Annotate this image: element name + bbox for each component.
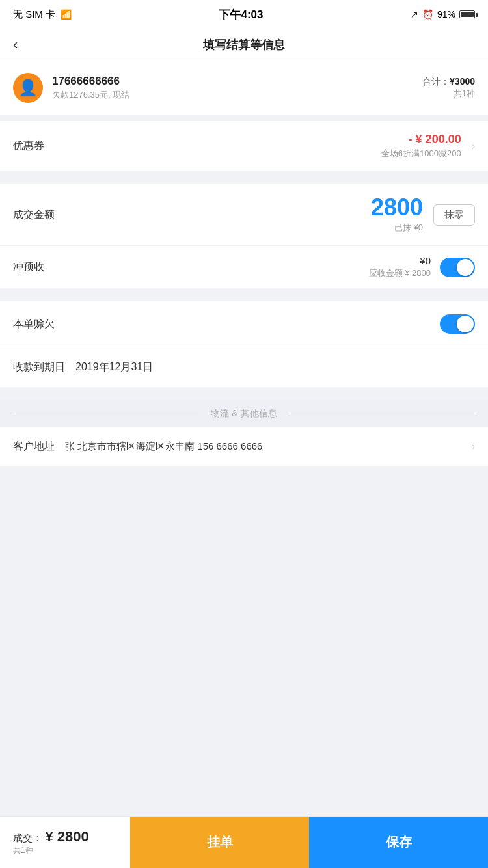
bottom-deal-label: 成交： [13, 832, 42, 843]
coupon-card[interactable]: 优惠券 - ¥ 200.00 全场6折满1000减200 › [0, 121, 488, 171]
address-chevron-icon: › [472, 441, 475, 452]
customer-left: 👤 17666666666 欠款1276.35元, 现结 [13, 73, 129, 103]
chong-label: 冲预收 [13, 260, 44, 274]
coupon-discount: - ¥ 200.00 [409, 133, 461, 146]
customer-card: 👤 17666666666 欠款1276.35元, 现结 合计：¥3000 共1… [0, 61, 488, 115]
due-date-label: 收款到期日 [13, 360, 65, 374]
chong-right: ¥0 应收金额 ¥ 2800 [369, 255, 475, 279]
coupon-label: 优惠券 [13, 139, 65, 153]
avatar-icon: 👤 [18, 79, 38, 97]
deal-amount-value-group: 2800 已抹 ¥0 [371, 196, 423, 234]
coupon-right: - ¥ 200.00 全场6折满1000减200 › [381, 133, 475, 159]
bottom-deal-line: 成交： ¥ 2800 [13, 828, 117, 845]
content-area: 👤 17666666666 欠款1276.35元, 现结 合计：¥3000 共1… [0, 61, 488, 603]
bottom-spacer [0, 466, 488, 544]
customer-row: 👤 17666666666 欠款1276.35元, 现结 合计：¥3000 共1… [0, 61, 488, 115]
coupon-value-wrap: - ¥ 200.00 全场6折满1000减200 [381, 133, 461, 159]
chong-value-group: ¥0 应收金额 ¥ 2800 [369, 255, 431, 279]
due-date-row: 收款到期日 2019年12月31日 [0, 347, 488, 387]
total-count: 共1种 [422, 88, 475, 100]
debt-label: 本单赊欠 [13, 318, 55, 331]
status-right: ↗ ⏰ 91% [411, 9, 475, 20]
deal-amount-row: 成交金额 2800 已抹 ¥0 抹零 [0, 184, 488, 245]
nav-bar: ‹ 填写结算等信息 [0, 29, 488, 61]
debt-toggle[interactable] [440, 314, 475, 334]
divider-3 [0, 394, 488, 400]
divider-2 [0, 295, 488, 301]
address-value: 张 北京市市辖区海淀区永丰南 156 6666 6666 [65, 439, 460, 454]
customer-right: 合计：¥3000 共1种 [422, 76, 475, 100]
save-button[interactable]: 保存 [309, 817, 488, 869]
amount-section: 成交金额 2800 已抹 ¥0 抹零 冲预收 ¥0 应收金额 ¥ 2800 [0, 184, 488, 288]
status-left: 无 SIM 卡 📶 [13, 8, 72, 21]
sim-label: 无 SIM 卡 [13, 8, 55, 21]
logistics-divider: 物流 & 其他信息 [0, 400, 488, 427]
deal-amount-sub: 已抹 ¥0 [394, 222, 423, 234]
customer-phone: 17666666666 [52, 75, 129, 88]
deal-amount-value: 2800 [371, 196, 423, 219]
battery-icon [459, 10, 475, 18]
divider-line-left [13, 414, 198, 414]
avatar: 👤 [13, 73, 43, 103]
bottom-deal-amount: ¥ 2800 [45, 828, 88, 845]
logistics-divider-text: 物流 & 其他信息 [211, 408, 277, 420]
alarm-icon: ⏰ [422, 9, 433, 20]
round-button[interactable]: 抹零 [433, 204, 475, 226]
chong-toggle[interactable] [440, 258, 475, 277]
coupon-row[interactable]: 优惠券 - ¥ 200.00 全场6折满1000减200 › [0, 121, 488, 171]
address-label: 客户地址 [13, 440, 59, 454]
nav-title: 填写结算等信息 [203, 37, 285, 53]
battery-percent: 91% [437, 9, 455, 20]
total-label: 合计：¥3000 [422, 76, 475, 88]
due-date-value: 2019年12月31日 [75, 360, 153, 374]
status-bar: 无 SIM 卡 📶 下午4:03 ↗ ⏰ 91% [0, 0, 488, 29]
address-row[interactable]: 客户地址 张 北京市市辖区海淀区永丰南 156 6666 6666 › [0, 427, 488, 466]
bottom-info: 成交： ¥ 2800 共1种 [0, 828, 130, 856]
divider-1 [0, 178, 488, 184]
hang-button[interactable]: 挂单 [130, 817, 309, 869]
wifi-icon: 📶 [61, 9, 72, 20]
bottom-deal-count: 共1种 [13, 845, 117, 856]
deal-amount-right: 2800 已抹 ¥0 抹零 [371, 196, 475, 234]
coupon-chevron-icon: › [472, 141, 475, 152]
back-button[interactable]: ‹ [13, 36, 18, 53]
customer-info: 17666666666 欠款1276.35元, 现结 [52, 75, 129, 101]
chong-yushou-row: 冲预收 ¥0 应收金额 ¥ 2800 [0, 245, 488, 288]
location-icon: ↗ [411, 9, 418, 20]
coupon-desc: 全场6折满1000减200 [381, 148, 461, 159]
divider-line-right [290, 414, 475, 414]
deal-amount-label: 成交金额 [13, 208, 55, 222]
status-time: 下午4:03 [219, 7, 263, 22]
debt-row: 本单赊欠 [0, 301, 488, 347]
chong-amount: ¥0 [420, 255, 431, 266]
customer-sub: 欠款1276.35元, 现结 [52, 89, 129, 101]
chong-sub: 应收金额 ¥ 2800 [369, 267, 431, 279]
bottom-bar: 成交： ¥ 2800 共1种 挂单 保存 [0, 816, 488, 868]
debt-card: 本单赊欠 收款到期日 2019年12月31日 [0, 301, 488, 387]
